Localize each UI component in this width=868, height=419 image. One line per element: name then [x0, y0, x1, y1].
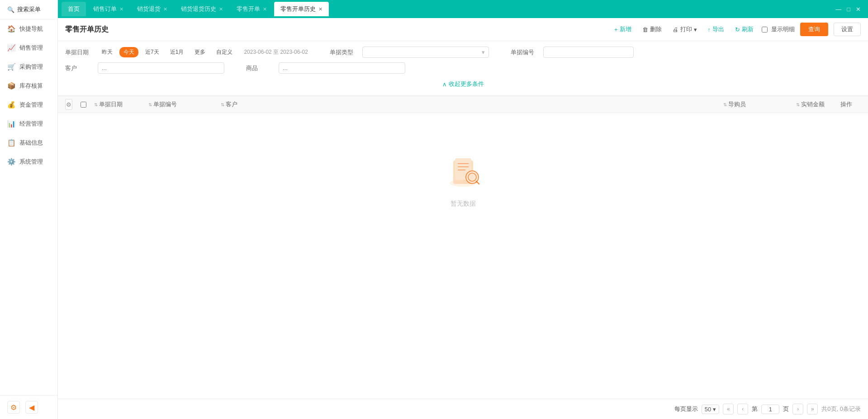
page-title: 零售开单历史 — [65, 25, 109, 34]
pagination-prev-btn[interactable]: ‹ — [737, 404, 748, 414]
sidebar-item-quick-nav[interactable]: 🏠快捷导航 — [0, 19, 57, 38]
th-settings: ⚙ — [62, 99, 76, 110]
print-button[interactable]: 🖨 打印 ▾ — [670, 24, 700, 35]
current-page-input[interactable]: 1 — [761, 405, 779, 414]
date-options: 昨天 今天 近7天 近1月 更多 自定义 — [98, 47, 237, 57]
sidebar-item-sales-mgmt[interactable]: 📈销售管理 — [0, 38, 57, 57]
tab-retail-open[interactable]: 零售开单✕ — [230, 2, 273, 16]
tab-label-home: 首页 — [68, 5, 80, 13]
customer-filter-label: 客户 — [65, 64, 90, 72]
refresh-icon: ↻ — [735, 26, 740, 33]
customer-filter-input[interactable] — [98, 62, 224, 74]
last-page-icon: » — [811, 406, 814, 412]
page-suffix-label: 页 — [783, 405, 789, 413]
sidebar-label-inventory: 库存核算 — [19, 82, 43, 90]
table-header: ⚙ ⇅ 单据日期 ⇅ 单据编号 ⇅ 客户 ⇅ — [58, 96, 868, 113]
goods-input-field[interactable] — [283, 65, 401, 71]
tab-close-sales-return-history[interactable]: ✕ — [219, 6, 223, 12]
table-settings-btn[interactable]: ⚙ — [65, 99, 72, 110]
number-input-field[interactable] — [547, 49, 630, 56]
tab-retail-open-history[interactable]: 零售开单历史✕ — [274, 2, 329, 16]
pagination-first-btn[interactable]: « — [723, 404, 734, 414]
delete-icon: 🗑 — [642, 26, 648, 33]
date-btn-today[interactable]: 今天 — [119, 47, 138, 57]
export-button[interactable]: ↑ 导出 — [705, 24, 727, 35]
print-icon: 🖨 — [673, 26, 678, 33]
maximize-btn[interactable]: □ — [847, 6, 850, 13]
tab-label-sales-return-history: 销货退货历史 — [181, 5, 216, 13]
per-page-select[interactable]: 50 ▾ — [702, 405, 719, 414]
number-filter-input[interactable] — [543, 47, 634, 58]
sidebar-icon-quick-nav: 🏠 — [7, 25, 16, 33]
query-button[interactable]: 查询 — [800, 23, 828, 36]
type-select-arrow-icon: ▾ — [482, 49, 485, 56]
tab-sales-return-history[interactable]: 销货退货历史✕ — [175, 2, 229, 16]
tab-home[interactable]: 首页 — [62, 2, 86, 16]
customer-input-field[interactable] — [102, 65, 220, 71]
tab-bar: 首页销售订单✕销货退货✕销货退货历史✕零售开单✕零售开单历史✕ — □ ✕ — [58, 0, 868, 18]
goods-filter-label: 商品 — [246, 64, 271, 72]
sidebar-label-quick-nav: 快捷导航 — [19, 25, 43, 33]
minimize-btn[interactable]: — — [835, 6, 841, 13]
th-amount-sort-icon: ⇅ — [796, 102, 800, 107]
th-date: ⇅ 单据日期 — [90, 100, 145, 108]
delete-button[interactable]: 🗑 删除 — [640, 24, 664, 35]
date-btn-custom[interactable]: 自定义 — [212, 47, 237, 57]
filter-area: 单据日期 昨天 今天 近7天 近1月 更多 自定义 2023-06-02 至 2… — [58, 41, 868, 96]
show-detail-toggle[interactable]: 显示明细 — [762, 25, 795, 33]
sidebar-menu: 🏠快捷导航📈销售管理🛒采购管理📦库存核算💰资金管理📊经营管理📋基础信息⚙️系统管… — [0, 19, 57, 395]
tab-sales-order[interactable]: 销售订单✕ — [87, 2, 130, 16]
first-page-icon: « — [727, 406, 730, 412]
add-button[interactable]: + 新增 — [612, 24, 634, 35]
sidebar-item-basic-info[interactable]: 📋基础信息 — [0, 133, 57, 152]
pagination-next-btn[interactable]: › — [792, 404, 803, 414]
sidebar-settings-btn[interactable]: ⚙ — [7, 401, 20, 414]
page-header: 零售开单历史 + 新增 🗑 删除 🖨 打印 ▾ ↑ 导出 — [58, 18, 868, 41]
th-number-sort-icon: ⇅ — [148, 102, 152, 107]
th-date-sort-icon: ⇅ — [94, 102, 98, 107]
next-page-icon: › — [797, 406, 799, 412]
tab-close-retail-open-history[interactable]: ✕ — [318, 6, 323, 12]
sidebar-item-inventory[interactable]: 📦库存核算 — [0, 76, 57, 95]
sidebar-item-operations[interactable]: 📊经营管理 — [0, 114, 57, 133]
collapse-label: 收起更多条件 — [449, 80, 484, 88]
goods-filter-input[interactable] — [279, 62, 405, 74]
date-btn-yesterday[interactable]: 昨天 — [98, 47, 117, 57]
sidebar-search[interactable]: 🔍 搜索采单 — [0, 0, 57, 19]
select-all-checkbox[interactable] — [81, 102, 86, 108]
th-salesman: ⇅ 导购员 — [720, 100, 774, 108]
type-filter-select[interactable]: ▾ — [362, 47, 489, 58]
date-btn-more[interactable]: 更多 — [190, 47, 209, 57]
date-btn-1month[interactable]: 近1月 — [166, 47, 188, 57]
tab-close-retail-open[interactable]: ✕ — [263, 6, 267, 12]
tab-label-retail-open-history: 零售开单历史 — [280, 5, 316, 13]
sidebar-item-finance[interactable]: 💰资金管理 — [0, 95, 57, 114]
show-detail-checkbox[interactable] — [762, 27, 768, 33]
th-number: ⇅ 单据编号 — [145, 100, 217, 108]
th-amount: ⇅ 实销金额 — [774, 100, 828, 108]
per-page-arrow-icon: ▾ — [713, 406, 716, 413]
header-actions: + 新增 🗑 删除 🖨 打印 ▾ ↑ 导出 ↻ 刷新 — [612, 23, 861, 36]
refresh-button[interactable]: ↻ 刷新 — [732, 24, 756, 35]
tab-close-sales-order[interactable]: ✕ — [119, 6, 123, 12]
sidebar-icon-purchase-mgmt: 🛒 — [7, 63, 16, 71]
th-date-label: 单据日期 — [99, 100, 123, 108]
th-customer: ⇅ 客户 — [217, 100, 720, 108]
tab-sales-return[interactable]: 销货退货✕ — [131, 2, 174, 16]
export-label: 导出 — [712, 25, 724, 33]
collapse-filter-btn[interactable]: ∧ 收起更多条件 — [65, 78, 861, 90]
number-filter-label: 单据编号 — [511, 48, 536, 56]
pagination-last-btn[interactable]: » — [807, 404, 818, 414]
prev-page-icon: ‹ — [742, 406, 744, 412]
sidebar-item-system[interactable]: ⚙️系统管理 — [0, 152, 57, 171]
close-btn[interactable]: ✕ — [856, 6, 861, 13]
sidebar-item-purchase-mgmt[interactable]: 🛒采购管理 — [0, 57, 57, 76]
window-controls: — □ ✕ — [835, 6, 864, 13]
refresh-label: 刷新 — [742, 25, 754, 33]
sidebar-collapse-btn[interactable]: ◀ — [25, 401, 38, 414]
sidebar-label-operations: 经营管理 — [19, 120, 43, 128]
date-btn-7days[interactable]: 近7天 — [141, 47, 163, 57]
tab-close-sales-return[interactable]: ✕ — [163, 6, 167, 12]
setting-button[interactable]: 设置 — [834, 23, 861, 36]
empty-icon — [441, 149, 486, 194]
